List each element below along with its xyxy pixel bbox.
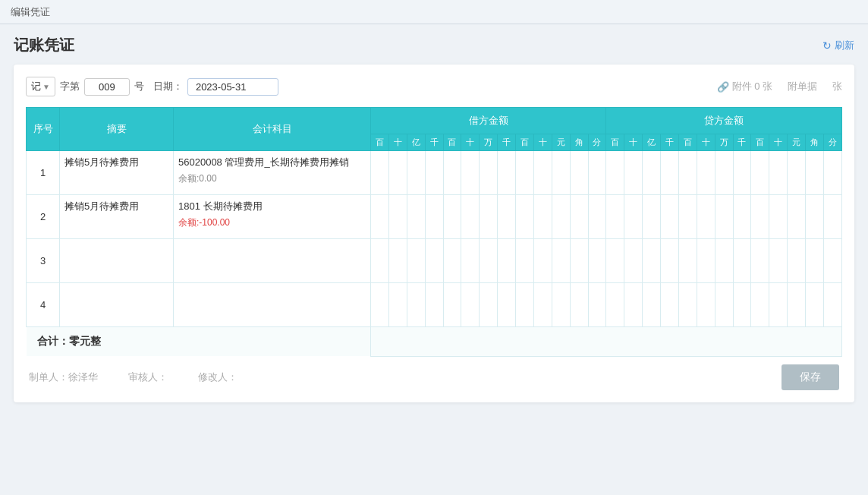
debit-digit-4[interactable] [425, 283, 443, 327]
debit-digit-5[interactable] [443, 151, 461, 195]
credit-digit-13[interactable] [823, 239, 841, 283]
credit-digit-6[interactable] [697, 151, 715, 195]
debit-digit-9[interactable] [516, 195, 534, 239]
summary-cell[interactable]: 摊销5月待摊费用 [60, 151, 174, 195]
credit-digit-1[interactable] [606, 239, 624, 283]
debit-digit-8[interactable] [498, 239, 516, 283]
debit-digit-7[interactable] [480, 151, 498, 195]
debit-digit-5[interactable] [443, 239, 461, 283]
debit-digit-4[interactable] [425, 239, 443, 283]
seq-cell[interactable]: 1 [27, 151, 60, 195]
credit-digit-8[interactable] [733, 151, 751, 195]
credit-digit-12[interactable] [806, 239, 824, 283]
credit-digit-7[interactable] [715, 283, 733, 327]
debit-digit-1[interactable] [371, 151, 389, 195]
debit-digit-1[interactable] [371, 283, 389, 327]
debit-digit-9[interactable] [516, 151, 534, 195]
debit-digit-4[interactable] [425, 151, 443, 195]
credit-digit-10[interactable] [769, 283, 788, 327]
debit-digit-6[interactable] [461, 151, 480, 195]
credit-digit-13[interactable] [823, 283, 841, 327]
debit-digit-10[interactable] [533, 239, 552, 283]
credit-digit-8[interactable] [733, 239, 751, 283]
credit-digit-2[interactable] [624, 151, 643, 195]
date-input[interactable] [187, 78, 278, 96]
debit-digit-4[interactable] [425, 195, 443, 239]
credit-digit-10[interactable] [769, 195, 788, 239]
debit-digit-9[interactable] [516, 283, 534, 327]
credit-digit-5[interactable] [678, 151, 697, 195]
credit-digit-12[interactable] [806, 151, 824, 195]
ji-select[interactable]: 记 ▼ [26, 77, 55, 96]
debit-digit-13[interactable] [588, 151, 606, 195]
credit-digit-6[interactable] [697, 239, 715, 283]
credit-digit-12[interactable] [806, 283, 824, 327]
credit-digit-9[interactable] [751, 195, 769, 239]
credit-digit-11[interactable] [788, 239, 806, 283]
credit-digit-9[interactable] [751, 151, 769, 195]
credit-digit-7[interactable] [715, 239, 733, 283]
debit-digit-13[interactable] [588, 283, 606, 327]
seq-cell[interactable]: 4 [27, 283, 60, 327]
debit-digit-8[interactable] [498, 195, 516, 239]
debit-digit-1[interactable] [371, 239, 389, 283]
credit-digit-11[interactable] [788, 151, 806, 195]
seq-cell[interactable]: 3 [27, 239, 60, 283]
credit-digit-12[interactable] [806, 195, 824, 239]
debit-digit-10[interactable] [533, 151, 552, 195]
debit-digit-12[interactable] [570, 151, 588, 195]
debit-digit-1[interactable] [371, 195, 389, 239]
debit-digit-11[interactable] [552, 239, 570, 283]
credit-digit-4[interactable] [661, 239, 679, 283]
credit-digit-8[interactable] [733, 195, 751, 239]
credit-digit-6[interactable] [697, 283, 715, 327]
credit-digit-10[interactable] [769, 239, 788, 283]
credit-digit-3[interactable] [643, 195, 661, 239]
debit-digit-2[interactable] [388, 151, 407, 195]
debit-digit-10[interactable] [533, 283, 552, 327]
debit-digit-8[interactable] [498, 151, 516, 195]
refresh-button[interactable]: ↻ 刷新 [822, 39, 854, 52]
debit-digit-3[interactable] [407, 195, 425, 239]
debit-digit-5[interactable] [443, 283, 461, 327]
debit-digit-6[interactable] [461, 195, 480, 239]
account-cell[interactable] [174, 239, 371, 283]
summary-cell[interactable] [60, 283, 174, 327]
credit-digit-5[interactable] [678, 239, 697, 283]
debit-digit-13[interactable] [588, 195, 606, 239]
debit-digit-3[interactable] [407, 239, 425, 283]
debit-digit-12[interactable] [570, 195, 588, 239]
credit-digit-2[interactable] [624, 239, 643, 283]
credit-digit-1[interactable] [606, 151, 624, 195]
credit-digit-8[interactable] [733, 283, 751, 327]
credit-digit-5[interactable] [678, 195, 697, 239]
debit-digit-13[interactable] [588, 239, 606, 283]
credit-digit-7[interactable] [715, 195, 733, 239]
debit-digit-12[interactable] [570, 239, 588, 283]
debit-digit-10[interactable] [533, 195, 552, 239]
account-cell[interactable]: 56020008 管理费用_长期待摊费用摊销余额:0.00 [174, 151, 371, 195]
credit-digit-3[interactable] [643, 283, 661, 327]
debit-digit-8[interactable] [498, 283, 516, 327]
credit-digit-2[interactable] [624, 195, 643, 239]
debit-digit-11[interactable] [552, 283, 570, 327]
debit-digit-6[interactable] [461, 239, 480, 283]
credit-digit-11[interactable] [788, 195, 806, 239]
credit-digit-11[interactable] [788, 283, 806, 327]
debit-digit-5[interactable] [443, 195, 461, 239]
debit-digit-3[interactable] [407, 151, 425, 195]
credit-digit-3[interactable] [643, 151, 661, 195]
credit-digit-3[interactable] [643, 239, 661, 283]
debit-digit-2[interactable] [388, 239, 407, 283]
debit-digit-3[interactable] [407, 283, 425, 327]
credit-digit-4[interactable] [661, 283, 679, 327]
save-button[interactable]: 保存 [782, 364, 839, 390]
credit-digit-1[interactable] [606, 283, 624, 327]
fudan-link[interactable]: 附单据 [788, 80, 817, 93]
voucher-number-input[interactable] [84, 78, 130, 96]
credit-digit-4[interactable] [661, 195, 679, 239]
credit-digit-5[interactable] [678, 283, 697, 327]
debit-digit-9[interactable] [516, 239, 534, 283]
credit-digit-2[interactable] [624, 283, 643, 327]
summary-cell[interactable]: 摊销5月待摊费用 [60, 195, 174, 239]
